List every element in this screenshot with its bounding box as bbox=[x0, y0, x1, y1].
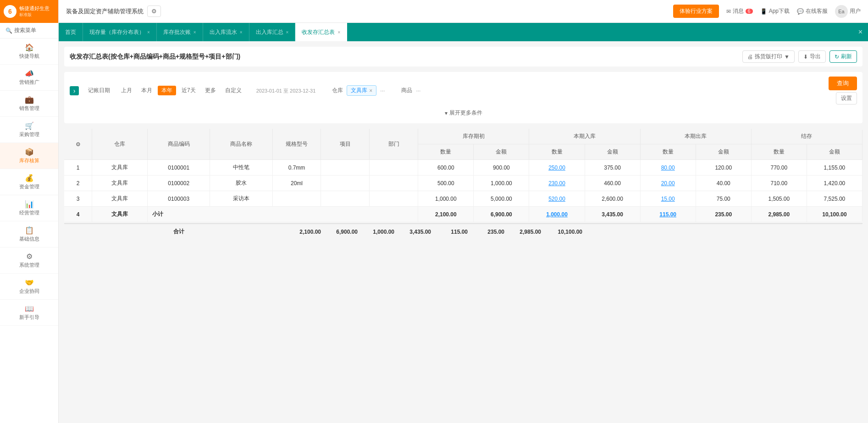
row-open-amt: 1,000.00 bbox=[474, 176, 529, 191]
table-row: 1 文具库 0100001 中性笔 0.7mm 600.00 900.00 25… bbox=[64, 160, 862, 176]
row-num: 3 bbox=[64, 191, 92, 207]
th-bal-amt: 金额 bbox=[807, 144, 862, 160]
th-in-qty: 数量 bbox=[529, 144, 585, 160]
query-button[interactable]: 查询 bbox=[829, 77, 857, 90]
th-settings[interactable]: ⚙ bbox=[64, 129, 92, 160]
row-bal-amt: 7,525.00 bbox=[807, 191, 862, 207]
filter-area: › 记账日期 上月 本月 本年 近7天 更多 自定义 2023-01-01 至 … bbox=[64, 72, 862, 123]
refresh-button[interactable]: ↻ 刷新 bbox=[829, 50, 857, 63]
warehouse-tag-close[interactable]: × bbox=[369, 88, 372, 94]
th-warehouse: 仓库 bbox=[92, 129, 148, 160]
page-title-bar: 收发存汇总表(按仓库+商品编码+商品+规格型号+项目+部门) 🖨 拣货版打印 ▼… bbox=[64, 47, 862, 66]
row-out-qty[interactable]: 20.00 bbox=[640, 176, 696, 191]
tab-receipt-summary[interactable]: 收发存汇总表 × bbox=[295, 23, 347, 41]
settings-button[interactable]: ⚙ bbox=[147, 5, 161, 17]
online-service-button[interactable]: 💬 在线客服 bbox=[797, 7, 828, 15]
date-btn-this-year[interactable]: 本年 bbox=[158, 86, 176, 95]
message-button[interactable]: ✉ 消息 6 bbox=[726, 7, 753, 15]
warehouse-ellipsis[interactable]: ··· bbox=[380, 88, 385, 94]
service-label: 在线客服 bbox=[806, 7, 828, 15]
sidebar-item-purchase[interactable]: 🛒 采购管理 bbox=[0, 117, 58, 143]
topbar: 装备及固定资产辅助管理系统 ⚙ 体验行业方案 ✉ 消息 6 📱 App下载 💬 bbox=[59, 0, 868, 23]
footer-total-bar: 合计 2,100.00 6,900.00 1,000.00 3,435.00 1… bbox=[64, 223, 862, 239]
print-button[interactable]: 🖨 拣货版打印 ▼ bbox=[742, 50, 795, 63]
th-group-open: 库存期初 bbox=[418, 129, 529, 144]
tab-close-icon[interactable]: × bbox=[147, 30, 150, 35]
service-icon: 💬 bbox=[797, 8, 804, 15]
tab-inout-flow[interactable]: 出入库流水 × bbox=[203, 23, 249, 41]
sidebar-logo: 6 畅捷通好生意 标准版 bbox=[0, 0, 58, 23]
sidebar-item-cooperation[interactable]: 🤝 企业协同 bbox=[0, 274, 58, 300]
sidebar-item-quick-nav[interactable]: 🏠 快捷导航 bbox=[0, 38, 58, 65]
search-label: 搜索菜单 bbox=[14, 27, 36, 34]
set-button[interactable]: 设置 bbox=[836, 92, 857, 104]
row-out-qty[interactable]: 15.00 bbox=[640, 191, 696, 207]
sidebar-item-label: 新手引导 bbox=[19, 314, 39, 321]
th-code: 商品编码 bbox=[148, 129, 210, 160]
date-btn-last7[interactable]: 近7天 bbox=[178, 86, 199, 95]
date-btn-more[interactable]: 更多 bbox=[201, 86, 220, 95]
user-label: 用户 bbox=[850, 7, 861, 15]
row-code: 0100003 bbox=[148, 191, 210, 207]
logo-icon: 6 bbox=[4, 5, 17, 18]
expand-more-button[interactable]: ▾ 展开更多条件 bbox=[445, 109, 482, 117]
sidebar-item-finance[interactable]: 💰 资金管理 bbox=[0, 169, 58, 195]
goods-ellipsis[interactable]: ··· bbox=[416, 88, 420, 94]
export-button[interactable]: ⬇ 导出 bbox=[798, 50, 826, 63]
sidebar-item-sales[interactable]: 💼 销售管理 bbox=[0, 91, 58, 117]
row-open-qty: 600.00 bbox=[418, 160, 474, 176]
tab-close-icon[interactable]: × bbox=[240, 30, 243, 35]
sidebar-item-basic-info[interactable]: 📋 基础信息 bbox=[0, 221, 58, 247]
tab-inout-summary[interactable]: 出入库汇总 × bbox=[249, 23, 296, 41]
try-btn-wrap[interactable]: 体验行业方案 bbox=[673, 5, 719, 18]
expand-label: 展开更多条件 bbox=[449, 109, 482, 117]
row-in-qty[interactable]: 250.00 bbox=[529, 160, 585, 176]
tab-label: 现存量（库存分布表） bbox=[89, 28, 144, 36]
sidebar-search[interactable]: 🔍 搜索菜单 bbox=[0, 23, 58, 38]
marketing-icon: 📣 bbox=[25, 69, 34, 78]
total-in-qty: 1,000.00 bbox=[362, 229, 399, 235]
tab-close-icon[interactable]: × bbox=[337, 30, 340, 35]
date-options: 上月 本月 本年 近7天 更多 自定义 bbox=[117, 86, 245, 95]
sidebar-item-system[interactable]: ⚙ 系统管理 bbox=[0, 247, 58, 274]
app-download-button[interactable]: 📱 App下载 bbox=[760, 7, 790, 15]
subtotal-out-qty[interactable]: 115.00 bbox=[640, 207, 696, 222]
tabs-close-all-button[interactable]: × bbox=[853, 28, 868, 36]
tab-close-icon[interactable]: × bbox=[286, 30, 289, 35]
tab-inventory-dist[interactable]: 现存量（库存分布表） × bbox=[83, 23, 157, 41]
tab-label: 出入库汇总 bbox=[256, 28, 283, 36]
page-title: 收发存汇总表(按仓库+商品编码+商品+规格型号+项目+部门) bbox=[70, 53, 240, 61]
sidebar-item-label: 采购管理 bbox=[19, 131, 39, 138]
date-btn-prev-month[interactable]: 上月 bbox=[117, 86, 136, 95]
row-in-qty[interactable]: 520.00 bbox=[529, 191, 585, 207]
tabs-bar: 首页 现存量（库存分布表） × 库存批次账 × 出入库流水 × 出入库汇总 × … bbox=[59, 23, 868, 41]
subtotal-in-qty[interactable]: 1,000.00 bbox=[529, 207, 585, 222]
sidebar-item-inventory[interactable]: 📦 库存核算 bbox=[0, 143, 58, 169]
date-btn-custom[interactable]: 自定义 bbox=[221, 86, 245, 95]
row-in-qty[interactable]: 230.00 bbox=[529, 176, 585, 191]
avatar-text: Ea bbox=[838, 9, 844, 14]
th-dept: 部门 bbox=[370, 129, 418, 160]
sidebar-item-label: 销售管理 bbox=[19, 105, 39, 112]
row-spec: 20ml bbox=[272, 176, 321, 191]
try-industry-button[interactable]: 体验行业方案 bbox=[673, 5, 719, 18]
tab-close-icon[interactable]: × bbox=[194, 30, 196, 35]
sidebar-item-guide[interactable]: 📖 新手引导 bbox=[0, 300, 58, 326]
row-open-amt: 5,000.00 bbox=[474, 191, 529, 207]
sidebar-item-marketing[interactable]: 📣 营销推广 bbox=[0, 65, 58, 91]
date-label: 记账日期 bbox=[88, 87, 110, 94]
tab-batch-ledger[interactable]: 库存批次账 × bbox=[157, 23, 203, 41]
user-area[interactable]: Ea 用户 bbox=[835, 5, 861, 18]
sidebar-item-operation[interactable]: 📊 经营管理 bbox=[0, 195, 58, 221]
filter-collapse-button[interactable]: › bbox=[70, 86, 79, 95]
topbar-right: 体验行业方案 ✉ 消息 6 📱 App下载 💬 在线客服 Ea bbox=[673, 5, 861, 18]
th-spec: 规格型号 bbox=[272, 129, 321, 160]
row-out-qty[interactable]: 80.00 bbox=[640, 160, 696, 176]
expand-icon: ▾ bbox=[445, 110, 448, 116]
tab-home[interactable]: 首页 bbox=[59, 23, 83, 41]
row-out-amt: 120.00 bbox=[696, 160, 751, 176]
total-label: 合计 bbox=[64, 228, 289, 236]
row-project bbox=[321, 176, 370, 191]
date-btn-this-month[interactable]: 本月 bbox=[138, 86, 156, 95]
data-table: ⚙ 仓库 商品编码 商品名称 规 bbox=[64, 129, 862, 222]
